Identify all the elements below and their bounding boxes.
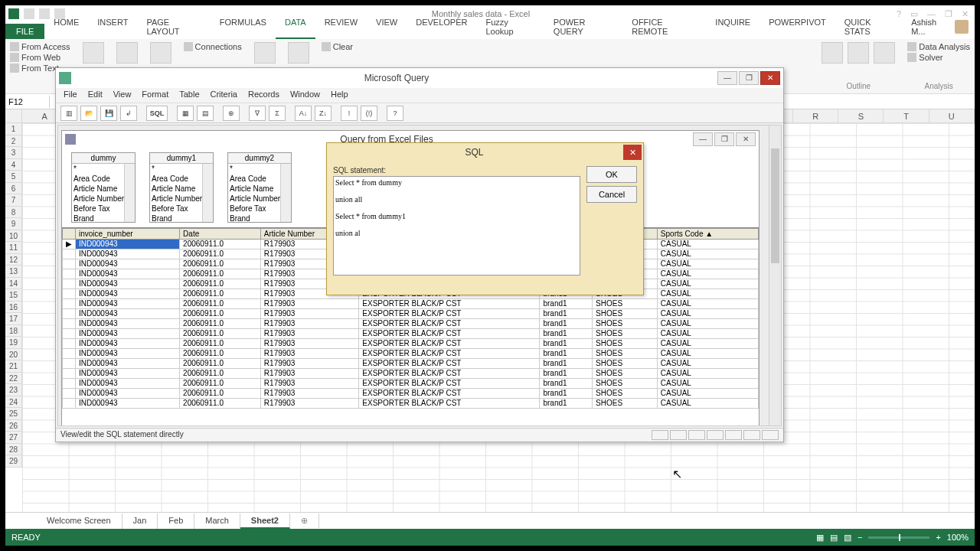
sheet-tab[interactable]: Sheet2 <box>240 514 290 529</box>
cancel-button[interactable]: Cancel <box>586 186 637 203</box>
mq-tables-icon[interactable]: ▦ <box>177 106 194 121</box>
sheet-tab[interactable]: Welcome Screen <box>36 514 122 529</box>
subtotal-icon[interactable] <box>874 42 895 64</box>
col-header[interactable]: S <box>838 109 884 123</box>
mq-menu-item[interactable]: Records <box>248 90 279 101</box>
row-header[interactable]: 10 <box>5 230 22 243</box>
col-header[interactable]: T <box>884 109 929 123</box>
tab-view[interactable]: VIEW <box>367 15 407 39</box>
mq-add-icon[interactable]: ⊕ <box>223 106 240 121</box>
view-normal-icon[interactable]: ▦ <box>816 533 824 543</box>
row-header[interactable]: 26 <box>5 420 22 432</box>
ok-button[interactable]: OK <box>586 166 637 183</box>
row-header[interactable]: 13 <box>5 266 22 278</box>
row-header[interactable]: 12 <box>5 254 22 266</box>
from-web-button[interactable]: From Web <box>10 53 70 62</box>
row-header[interactable]: 2 <box>5 135 22 148</box>
mq-menu-item[interactable]: Help <box>331 90 348 101</box>
mq-funnel-icon[interactable]: ∇ <box>249 106 266 121</box>
mq-help-icon[interactable]: ? <box>387 106 403 121</box>
mq-open-icon[interactable]: 📂 <box>80 106 97 121</box>
mq-menu-item[interactable]: File <box>64 90 77 101</box>
view-break-icon[interactable]: ▧ <box>844 533 851 543</box>
file-tab[interactable]: FILE <box>5 24 44 39</box>
view-layout-icon[interactable]: ▤ <box>830 533 838 543</box>
col-header[interactable]: U <box>929 109 975 123</box>
row-header[interactable]: 23 <box>5 384 22 396</box>
tab-review[interactable]: REVIEW <box>315 15 367 39</box>
row-header[interactable]: 29 <box>5 455 22 468</box>
row-header[interactable]: 14 <box>5 278 22 290</box>
mq-menu-item[interactable]: Table <box>179 90 199 101</box>
solver-button[interactable]: Solver <box>907 53 970 62</box>
row-header[interactable]: 8 <box>5 207 22 219</box>
tab-office-remote[interactable]: OFFICE REMOTE <box>622 15 706 39</box>
row-header[interactable]: 16 <box>5 302 22 314</box>
tab-quick-stats[interactable]: QUICK STATS <box>835 15 905 39</box>
add-sheet-button[interactable]: ⊕ <box>290 514 319 528</box>
row-header[interactable]: 17 <box>5 313 22 325</box>
tab-data[interactable]: DATA <box>276 15 315 39</box>
row-header[interactable]: 3 <box>5 147 22 159</box>
row-header[interactable]: 6 <box>5 183 22 195</box>
mq-auto-icon[interactable]: (!) <box>361 106 377 121</box>
row-header[interactable]: 11 <box>5 242 22 254</box>
qfe-maximize-button[interactable]: ❐ <box>714 132 734 146</box>
row-header[interactable]: 1 <box>5 123 22 135</box>
row-header[interactable]: 4 <box>5 159 22 171</box>
row-header[interactable]: 7 <box>5 194 22 207</box>
row-header[interactable]: 25 <box>5 408 22 420</box>
filter-icon[interactable] <box>288 42 309 64</box>
tab-powerpivot[interactable]: POWERPIVOT <box>760 15 835 39</box>
user-account[interactable]: Ashish M... <box>905 15 975 39</box>
row-header[interactable]: 9 <box>5 218 22 230</box>
row-header[interactable]: 19 <box>5 337 22 349</box>
mq-return-icon[interactable]: ↲ <box>120 106 137 121</box>
mq-sort-asc-icon[interactable]: A↓ <box>295 106 312 121</box>
save-icon[interactable] <box>24 8 34 19</box>
select-all-corner[interactable] <box>5 109 22 123</box>
row-header[interactable]: 22 <box>5 373 22 385</box>
other-sources-icon[interactable] <box>83 42 104 64</box>
tab-developer[interactable]: DEVELOPER <box>407 15 476 39</box>
row-header[interactable]: 20 <box>5 349 22 361</box>
mq-menu-item[interactable]: View <box>113 90 132 101</box>
sql-dialog-close-button[interactable]: ✕ <box>623 145 642 160</box>
data-analysis-button[interactable]: Data Analysis <box>907 42 970 51</box>
mq-vscroll[interactable] <box>769 126 781 425</box>
mq-exec-icon[interactable]: ! <box>341 106 358 121</box>
field-list[interactable]: dummy1*Area CodeArticle NameArticle Numb… <box>149 152 214 223</box>
group-icon[interactable] <box>822 42 843 64</box>
tab-formulas[interactable]: FORMULAS <box>211 15 276 39</box>
connections-button[interactable]: Connections <box>184 42 242 51</box>
row-header[interactable]: 18 <box>5 325 22 337</box>
mq-menu-item[interactable]: Criteria <box>211 90 237 101</box>
mq-new-icon[interactable]: ▥ <box>60 106 77 121</box>
qfe-close-button[interactable]: ✕ <box>736 132 756 146</box>
refresh-icon[interactable] <box>150 42 172 64</box>
clear-button[interactable]: Clear <box>322 42 353 51</box>
row-header[interactable]: 27 <box>5 432 22 444</box>
sort-icon[interactable] <box>254 42 276 64</box>
row-header[interactable]: 15 <box>5 289 22 302</box>
mq-menu-item[interactable]: Edit <box>88 90 103 101</box>
from-access-button[interactable]: From Access <box>10 42 70 51</box>
mq-menu-item[interactable]: Window <box>290 90 320 101</box>
tab-inquire[interactable]: INQUIRE <box>706 15 760 39</box>
row-header[interactable]: 5 <box>5 171 22 183</box>
row-header[interactable]: 24 <box>5 396 22 409</box>
sheet-tab[interactable]: March <box>194 514 240 529</box>
mq-sort-desc-icon[interactable]: Z↓ <box>315 106 332 121</box>
sheet-tab[interactable]: Feb <box>158 514 194 529</box>
sql-textarea[interactable] <box>333 176 580 276</box>
tab-home[interactable]: HOME <box>44 15 88 39</box>
tab-fuzzy-lookup[interactable]: Fuzzy Lookup <box>476 15 544 39</box>
row-header[interactable]: 21 <box>5 360 22 373</box>
mq-menu-item[interactable]: Format <box>142 90 168 101</box>
tab-insert[interactable]: INSERT <box>88 15 137 39</box>
col-header[interactable]: R <box>793 109 838 123</box>
mq-sql-button[interactable]: SQL <box>146 106 168 121</box>
field-list[interactable]: dummy*Area CodeArticle NameArticle Numbe… <box>71 152 136 223</box>
mq-close-button[interactable]: ✕ <box>760 71 780 85</box>
mq-criteria-icon[interactable]: ▤ <box>197 106 214 121</box>
